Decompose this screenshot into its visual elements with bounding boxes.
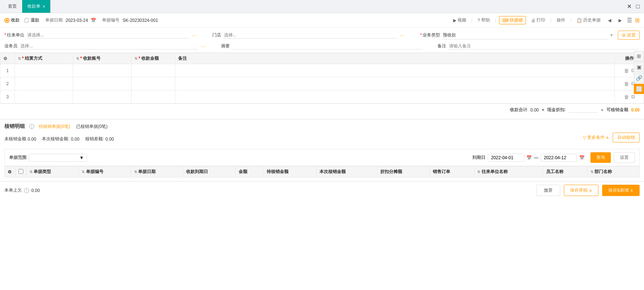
account-col-header: ⇅ 收款账号	[73, 53, 131, 64]
equal-sign: =	[601, 107, 604, 113]
nav-left-btn[interactable]: ◀	[606, 17, 613, 24]
doc-date-value: 2023-03-24	[66, 18, 88, 23]
operation-label: 操作	[557, 17, 565, 23]
store-more-btn[interactable]: ···	[398, 32, 406, 38]
menu-icon[interactable]: ☰	[627, 17, 632, 24]
copy-icon-3[interactable]: ⧉	[631, 94, 635, 100]
verify-info-icon[interactable]: i	[29, 124, 34, 129]
history-btn[interactable]: 📋 历史单据	[574, 16, 603, 24]
verify-select-all[interactable]	[19, 169, 23, 174]
auto-verify-button[interactable]: 自动核销	[613, 133, 640, 142]
tab-bar: 首页 收款单 × ✕ □	[0, 0, 644, 13]
receipt-radio[interactable]: 收款	[4, 17, 20, 23]
draft-button[interactable]: 保存草稿 ∧	[564, 185, 598, 196]
right-panel-icon-2[interactable]: ▣	[634, 62, 644, 72]
video-btn[interactable]: ▶ 视频	[451, 16, 468, 24]
delete-icon-2[interactable]: 🗑	[624, 81, 629, 87]
pending-tab[interactable]: 待核销单据(0笔)	[39, 124, 70, 130]
due-date-to-input[interactable]	[541, 154, 577, 162]
tab-close-window-icon[interactable]: ✕	[625, 2, 633, 11]
nav-right-btn[interactable]: ▶	[616, 17, 624, 24]
doc-range-select[interactable]: ▼	[29, 154, 87, 162]
tab-close-icon[interactable]: ×	[43, 4, 45, 9]
query-button[interactable]: 查询	[590, 152, 611, 163]
delete-icon-1[interactable]: 🗑	[624, 68, 629, 74]
col-counterparty: ⇅ 往来单位名称	[474, 166, 543, 177]
remark-cell-3[interactable]	[175, 90, 615, 103]
table-row: 1 🗑 ⧉	[0, 64, 644, 77]
date-range-separator: —	[534, 155, 538, 160]
discard-button[interactable]: 放弃	[536, 185, 560, 196]
print-btn[interactable]: 🖨 打印	[529, 16, 547, 24]
available-value: 0.00	[631, 107, 640, 113]
on-hand-info-icon[interactable]: i	[24, 188, 29, 193]
refund-radio[interactable]: 退款	[24, 17, 39, 23]
summary-input[interactable]	[231, 43, 423, 50]
amount-cell-3[interactable]	[131, 90, 175, 103]
verify-settings-button[interactable]: 设置	[614, 152, 635, 163]
remark-input[interactable]	[448, 43, 640, 50]
amount-col-label: 收款金额	[141, 56, 159, 61]
operation-btn[interactable]: 操作	[554, 16, 568, 24]
tab-receipt[interactable]: 收款单 ×	[22, 0, 51, 13]
footer-left: 本单上欠 i 0.00	[4, 187, 40, 193]
salesperson-field: 业务员 ···	[4, 43, 207, 50]
account-cell-2[interactable]	[73, 77, 131, 90]
account-cell-3[interactable]	[73, 90, 131, 103]
settlement-cell-3[interactable]	[15, 90, 73, 103]
amount-cell-1[interactable]	[131, 64, 175, 77]
refund-radio-circle	[24, 18, 29, 23]
counterparty-input[interactable]	[26, 32, 189, 39]
receipt-radio-circle	[4, 18, 9, 23]
right-panel-icon-1[interactable]: ⊞	[634, 51, 644, 61]
business-type-select[interactable]: 预收款 ▼	[441, 31, 613, 39]
salesperson-more-btn[interactable]: ···	[199, 43, 207, 49]
col-pending-verify: 待核销金额	[264, 166, 317, 177]
verify-tabs: 待核销单据(0笔) 已核销单据(0笔)	[39, 124, 107, 130]
account-cell-1[interactable]	[73, 64, 131, 77]
remark-cell-1[interactable]	[175, 64, 615, 77]
gear-icon-bottom: ⚙	[8, 169, 12, 175]
receipt-type-radio-group: 收款 退款	[4, 17, 39, 23]
doc-date-calendar-icon[interactable]: 📅	[91, 18, 96, 23]
remark-cell-2[interactable]	[175, 77, 615, 90]
amount-cell-2[interactable]	[131, 77, 175, 90]
tab-home[interactable]: 首页	[3, 0, 22, 13]
date-calendar-2[interactable]: 📅	[579, 155, 585, 160]
unclaimed-value: 0.00	[28, 137, 36, 142]
verify-gear-col[interactable]: ⚙	[5, 166, 16, 177]
date-calendar-1[interactable]: 📅	[526, 155, 532, 160]
save-new-button[interactable]: 保存&新增 ∧	[602, 185, 640, 196]
help-btn[interactable]: ? 帮助	[475, 16, 492, 24]
shortcut-btn[interactable]: ⌨ 快捷键	[499, 16, 526, 24]
tab-bar-actions: ✕ □	[625, 2, 641, 11]
col-doc-type: ⇅ 单据类型	[27, 166, 79, 177]
doc-range-label: 单据范围	[9, 154, 27, 161]
current-value: 0.00	[71, 137, 79, 142]
tab-expand-icon[interactable]: □	[635, 3, 641, 11]
counterparty-more-btn[interactable]: ···	[191, 32, 198, 38]
business-type-value: 预收款	[441, 31, 608, 39]
settings-button[interactable]: ⚙ 设置	[618, 31, 640, 40]
discount-input[interactable]	[569, 107, 598, 113]
salesperson-input[interactable]	[19, 43, 198, 50]
split-icon[interactable]: ⊞	[635, 17, 640, 24]
verify-checkbox-col[interactable]	[16, 166, 27, 177]
more-conditions-btn[interactable]: ▽ 更多条件 ∧	[583, 134, 609, 141]
gear-col-header[interactable]: ⚙	[0, 53, 15, 64]
done-tab[interactable]: 已核销单据(0笔)	[76, 124, 108, 130]
print-icon: 🖨	[531, 18, 535, 23]
delete-icon-3[interactable]: 🗑	[624, 94, 629, 100]
right-panel-icon-4[interactable]: ⬜	[634, 84, 644, 94]
col-sales-order: 销售订单	[430, 166, 474, 177]
store-input[interactable]	[223, 32, 397, 39]
right-panel-icon-3[interactable]: 🔗	[634, 73, 644, 83]
plus-sign: +	[542, 107, 544, 113]
counterparty-field: 往来单位 ···	[4, 32, 198, 39]
query-btn-label: 查询	[596, 155, 605, 160]
doc-date-label: 单据日期	[45, 17, 63, 23]
settlement-cell-1[interactable]	[15, 64, 73, 77]
due-date-from-input[interactable]	[488, 154, 524, 162]
settlement-cell-2[interactable]	[15, 77, 73, 90]
business-type-field: 业务类型 预收款 ▼	[420, 31, 613, 39]
